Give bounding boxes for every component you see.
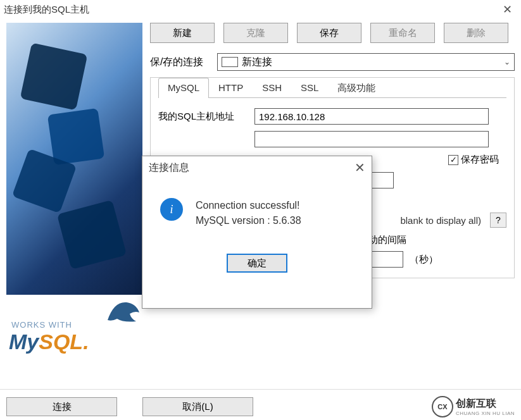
brand-name-py: CHUANG XIN HU LIAN (456, 411, 515, 416)
ok-button[interactable]: 确定 (227, 254, 287, 273)
tab-ssh[interactable]: SSH (253, 78, 291, 98)
tab-mysql[interactable]: MySQL (158, 78, 209, 98)
delete-button[interactable]: 删除 (444, 23, 508, 43)
help-button[interactable]: ? (490, 213, 506, 228)
works-with-label: WORKS WITH (11, 320, 72, 330)
dialog-message-line1: Connection successful! (196, 198, 301, 213)
clone-button[interactable]: 克隆 (223, 23, 288, 43)
brand-name-cn: 创新互联 (456, 397, 515, 411)
dialog-title: 连接信息 (149, 161, 189, 175)
save-password-checkbox[interactable]: ✓ 保存密码 (448, 154, 499, 166)
new-button[interactable]: 新建 (150, 23, 215, 43)
host-input[interactable] (254, 108, 489, 125)
saved-connections-value: 新连接 (242, 56, 272, 69)
connect-button[interactable]: 连接 (6, 397, 117, 416)
blank-hint: blank to display all) (400, 215, 481, 226)
field-input-2[interactable] (254, 131, 489, 147)
tab-advanced[interactable]: 高级功能 (328, 78, 385, 98)
dialog-message-line2: MySQL version : 5.6.38 (196, 213, 301, 228)
saved-connections-label: 保/存的连接 (150, 56, 203, 69)
save-button[interactable]: 保存 (297, 23, 361, 43)
dolphin-icon (104, 295, 142, 326)
chevron-down-icon: ⌄ (504, 58, 510, 66)
tab-http[interactable]: HTTP (209, 78, 253, 98)
brand-logo: CX 创新互联 CHUANG XIN HU LIAN (432, 396, 515, 417)
close-icon[interactable]: ✕ (498, 3, 517, 16)
tab-ssl[interactable]: SSL (291, 78, 328, 98)
info-icon: i (160, 198, 183, 221)
window-title: 连接到我的SQL主机 (4, 4, 89, 16)
save-password-label: 保存密码 (461, 154, 499, 166)
checkbox-icon: ✓ (448, 155, 458, 165)
color-swatch (222, 57, 238, 67)
seconds-label-2: （秒） (410, 254, 438, 266)
connection-info-dialog: 连接信息 ✕ i Connection successful! MySQL ve… (142, 156, 372, 309)
cancel-button[interactable]: 取消(L) (142, 397, 253, 416)
mysql-logo: MySQL. (9, 330, 89, 354)
saved-connections-select[interactable]: 新连接 ⌄ (217, 53, 515, 71)
sidebar-image: WORKS WITH MySQL. (6, 23, 142, 377)
rename-button[interactable]: 重命名 (370, 23, 435, 43)
dialog-close-icon[interactable]: ✕ (355, 160, 365, 175)
host-label: 我的SQL主机地址 (158, 111, 248, 123)
